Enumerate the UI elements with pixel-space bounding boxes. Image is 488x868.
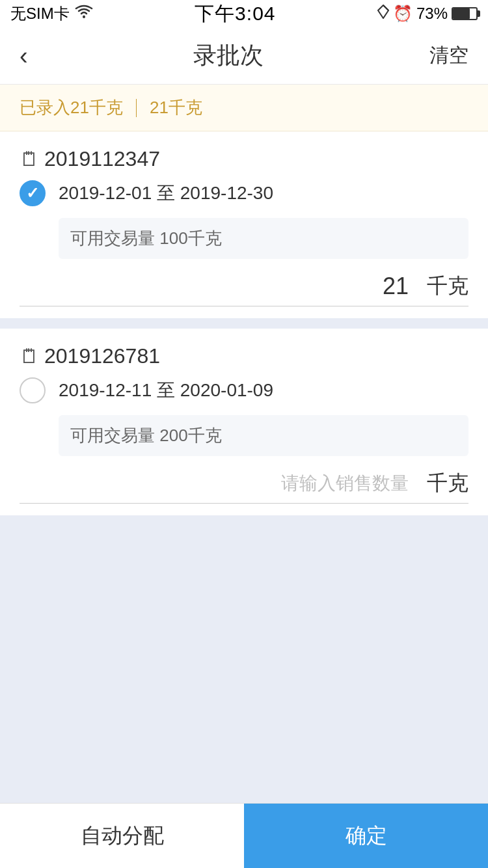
status-bar: 无SIM卡 下午3:04 ⏰ 73%: [0, 0, 488, 27]
amount-value-1[interactable]: 21: [383, 273, 409, 300]
recorded-label: 已录入21千克: [20, 96, 123, 119]
battery-percent: 73%: [416, 5, 448, 23]
amount-row-1: 21 千克: [0, 259, 488, 301]
empty-area: [0, 515, 488, 803]
batch-item-1: 🗒 2019112347 2019-12-01 至 2019-12-30 可用交…: [0, 131, 488, 259]
wifi-icon: [75, 5, 93, 23]
batch-available-1: 可用交易量 100千克: [59, 218, 468, 259]
batch-date-1: 2019-12-01 至 2019-12-30: [59, 181, 273, 206]
alarm-icon: ⏰: [393, 5, 413, 23]
batch-doc-icon-1: 🗒: [20, 148, 39, 170]
batch-id-row-1: 🗒 2019112347: [20, 147, 468, 171]
amount-row-2: 请输入销售数量 千克: [0, 456, 488, 498]
auto-distribute-button[interactable]: 自动分配: [0, 804, 244, 868]
clear-button[interactable]: 清空: [429, 42, 468, 69]
amount-unit-1: 千克: [427, 272, 468, 301]
info-banner: 已录入21千克 21千克: [0, 85, 488, 131]
batch-date-row-2: 2019-12-11 至 2020-01-09: [20, 377, 468, 403]
status-left: 无SIM卡: [10, 3, 93, 24]
batch-id-2: 2019126781: [44, 344, 160, 368]
bottom-bar: 自动分配 确定: [0, 803, 488, 868]
amount-unit-2: 千克: [427, 469, 468, 498]
page-title: 录批次: [193, 40, 264, 72]
batch-card-2: 🗒 2019126781 2019-12-11 至 2020-01-09 可用交…: [0, 329, 488, 515]
battery-icon: [452, 7, 478, 20]
batch-card-1: 🗒 2019112347 2019-12-01 至 2019-12-30 可用交…: [0, 131, 488, 318]
status-time: 下午3:04: [195, 1, 275, 27]
batch-radio-2[interactable]: [20, 377, 46, 403]
batch-id-1: 2019112347: [44, 147, 160, 171]
amount-underline-1: [20, 306, 468, 306]
info-divider: [136, 99, 137, 117]
status-right: ⏰ 73%: [377, 5, 478, 23]
nav-bar: ‹ 录批次 清空: [0, 27, 488, 85]
batch-radio-1[interactable]: [20, 180, 46, 206]
confirm-button[interactable]: 确定: [244, 804, 488, 868]
batch-doc-icon-2: 🗒: [20, 346, 39, 368]
amount-underline-2: [20, 503, 468, 504]
batch-date-row-1: 2019-12-01 至 2019-12-30: [20, 180, 468, 206]
page: 无SIM卡 下午3:04 ⏰ 73%: [0, 0, 488, 868]
batch-item-2: 🗒 2019126781 2019-12-11 至 2020-01-09 可用交…: [0, 329, 488, 456]
batch-available-2: 可用交易量 200千克: [59, 415, 468, 456]
batch-date-2: 2019-12-11 至 2020-01-09: [59, 378, 273, 403]
batch-id-row-2: 🗒 2019126781: [20, 344, 468, 368]
separator-1: [0, 318, 488, 329]
back-button[interactable]: ‹: [20, 44, 28, 68]
location-icon: [377, 5, 389, 23]
no-sim-text: 无SIM卡: [10, 3, 70, 24]
main-content: 🗒 2019112347 2019-12-01 至 2019-12-30 可用交…: [0, 131, 488, 868]
amount-placeholder-2[interactable]: 请输入销售数量: [281, 471, 409, 496]
info-value: 21千克: [150, 96, 202, 119]
svg-point-0: [83, 16, 85, 18]
